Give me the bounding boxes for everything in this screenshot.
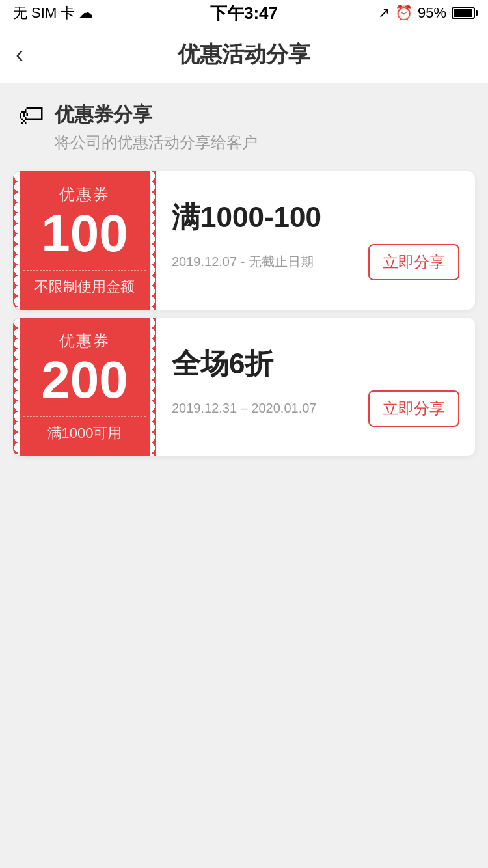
coupon-meta-1: 2019.12.31 – 2020.01.07 立即分享: [172, 390, 459, 427]
coupon-share-icon: 🏷: [18, 102, 44, 128]
section-header: 🏷 优惠券分享 将公司的优惠活动分享给客户: [0, 83, 488, 163]
page-title: 优惠活动分享: [178, 40, 310, 70]
location-icon: ↗: [378, 5, 390, 21]
coupon-left-1: 优惠券 200 满1000可用: [13, 318, 156, 456]
coupon-right-1: 全场6折 2019.12.31 – 2020.01.07 立即分享: [156, 318, 475, 456]
alarm-icon: ⏰: [395, 5, 413, 21]
status-right: ↗ ⏰ 95%: [378, 5, 475, 21]
section-title: 优惠券分享: [55, 102, 258, 128]
coupon-label-1: 优惠券: [59, 331, 110, 351]
coupon-condition-0: 不限制使用金额: [34, 277, 135, 297]
coupon-list: 优惠券 100 不限制使用金额 满1000-100 2019.12.07 - 无…: [0, 171, 488, 477]
section-text: 优惠券分享 将公司的优惠活动分享给客户: [55, 102, 258, 153]
section-subtitle: 将公司的优惠活动分享给客户: [55, 132, 258, 153]
share-button-1[interactable]: 立即分享: [368, 390, 459, 427]
share-button-0[interactable]: 立即分享: [368, 244, 459, 280]
battery-icon: [452, 7, 475, 19]
coupon-name-1: 全场6折: [172, 347, 459, 381]
back-button[interactable]: ‹: [16, 43, 23, 66]
coupon-card: 优惠券 200 满1000可用 全场6折 2019.12.31 – 2020.0…: [13, 318, 475, 456]
coupon-date-1: 2019.12.31 – 2020.01.07: [172, 401, 316, 416]
coupon-date-0: 2019.12.07 - 无截止日期: [172, 253, 314, 271]
coupon-amount-1: 200: [41, 354, 128, 406]
coupon-right-0: 满1000-100 2019.12.07 - 无截止日期 立即分享: [156, 171, 475, 310]
coupon-card: 优惠券 100 不限制使用金额 满1000-100 2019.12.07 - 无…: [13, 171, 475, 310]
coupon-meta-0: 2019.12.07 - 无截止日期 立即分享: [172, 244, 459, 280]
coupon-condition-1: 满1000可用: [47, 424, 122, 443]
coupon-label-0: 优惠券: [59, 184, 110, 205]
sim-wifi-text: 无 SIM 卡 ☁: [13, 3, 93, 23]
coupon-name-0: 满1000-100: [172, 200, 459, 235]
nav-bar: ‹ 优惠活动分享: [0, 26, 488, 83]
battery-text: 95%: [418, 5, 446, 21]
status-time: 下午3:47: [210, 2, 278, 25]
status-bar: 无 SIM 卡 ☁ 下午3:47 ↗ ⏰ 95%: [0, 0, 488, 26]
status-left: 无 SIM 卡 ☁: [13, 3, 93, 23]
coupon-amount-0: 100: [41, 208, 128, 260]
coupon-left-0: 优惠券 100 不限制使用金额: [13, 171, 156, 310]
bottom-area: [0, 477, 488, 802]
